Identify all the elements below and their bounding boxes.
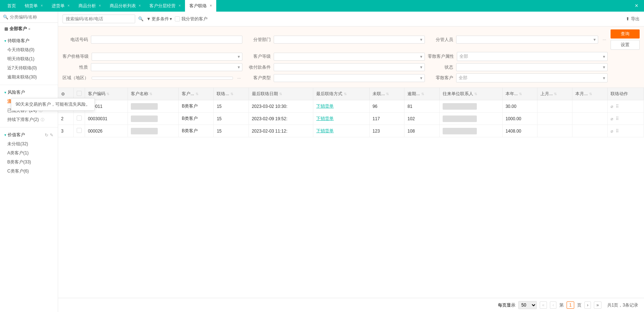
cell-action: ⌀ ⠿ [607, 113, 644, 125]
customer-table: ⚙ 客户编码 ⇅ 客户名称 ⇅ 客户... [58, 88, 644, 137]
sort-icon-type[interactable]: ⇅ [196, 92, 198, 96]
per-page-select[interactable]: 50 100 [518, 301, 537, 309]
close-all-btn[interactable]: × [632, 3, 641, 9]
sort-icon-contact2[interactable]: ⇅ [474, 92, 477, 96]
checkbox-my-customers[interactable] [175, 16, 180, 21]
nav-purchase[interactable]: 进货单 × [47, 0, 74, 12]
nav-sales[interactable]: 销货单 × [20, 0, 47, 12]
sidebar-item-today[interactable]: 今天待联络(0) [0, 45, 58, 54]
filter-search-btn[interactable]: 🔍 [138, 16, 144, 21]
filter-select-retail[interactable]: 全部 ▾ [456, 73, 608, 82]
filter-select-customer-level[interactable]: ▾ [274, 53, 425, 61]
nav-analysis[interactable]: 商品分析 × [74, 0, 105, 12]
nav-customer-layer[interactable]: 客户分层经营 × [145, 0, 185, 12]
filter-select-region[interactable] [92, 77, 233, 80]
sidebar-item-tomorrow[interactable]: 明天待联络(1) [0, 54, 58, 64]
action-link-icon[interactable]: ⌀ [611, 129, 613, 134]
prev-page-btn[interactable]: ‹ [550, 301, 556, 309]
action-dots-icon[interactable]: ⠿ [616, 104, 619, 109]
filter-select-customer-type[interactable]: ▾ [274, 74, 425, 82]
sort-icon-code[interactable]: ⇅ [106, 92, 109, 96]
header-checkbox[interactable] [77, 91, 82, 96]
export-btn[interactable]: ⬆ 导出 [626, 16, 640, 22]
nav-customer-contact-close[interactable]: × [210, 0, 212, 12]
filter-select-payment[interactable]: ▾ [274, 63, 425, 71]
nav-sales-close[interactable]: × [41, 0, 43, 12]
sidebar-item-declining[interactable]: 持续下滑客户(2) ⓘ [0, 115, 58, 124]
filter-select-manager[interactable]: ▾ [456, 36, 598, 44]
sidebar-item-class-c[interactable]: C类客户(6) [0, 167, 58, 176]
sidebar-group-value-title[interactable]: ▾ 价值客户 ↻ ✎ [0, 130, 58, 139]
nav-analysis-list[interactable]: 商品分析列表 × [105, 0, 145, 12]
cell-index: 3 [58, 125, 73, 137]
last-method-link[interactable]: 下销货单 [316, 116, 334, 121]
sort-icon-overdue[interactable]: ⇅ [421, 92, 424, 96]
sort-icon-name[interactable]: ⇅ [149, 92, 152, 96]
sidebar-item-7days[interactable]: 近7天待联络(0) [0, 64, 58, 73]
next-page-btn[interactable]: › [584, 301, 591, 309]
cell-last-method[interactable]: 下销货单 [313, 125, 370, 137]
cell-checkbox[interactable] [73, 113, 85, 125]
filter-more-dot-1[interactable]: ··· [601, 37, 608, 42]
filter-select-dept[interactable]: ▾ [274, 36, 425, 44]
refresh-icon[interactable]: ↻ [45, 133, 48, 138]
advanced-filter: 电话号码 分管部门 ▾ 分管人员 ▾ ··· [58, 27, 644, 88]
action-link-icon[interactable]: ⌀ [611, 116, 613, 121]
nav-home[interactable]: 首页 [3, 0, 20, 12]
sort-icon-method[interactable]: ⇅ [344, 92, 347, 96]
query-btn[interactable]: 查询 [611, 29, 640, 39]
filter-select-price-level[interactable]: ▾ [92, 53, 242, 61]
action-dots-icon[interactable]: ⠿ [616, 116, 619, 121]
table-header-row: ⚙ 客户编码 ⇅ 客户名称 ⇅ 客户... [58, 88, 644, 100]
sidebar-group-pending-title[interactable]: ▾ 待联络客户 [0, 36, 58, 45]
sidebar-all-customers[interactable]: ⊞ 全部客户 « [0, 23, 58, 35]
sidebar-group-risk-title[interactable]: ▾ 风险客户 [0, 88, 58, 97]
filter-select-nature[interactable]: ▾ [91, 63, 242, 71]
sort-icon-lmonth[interactable]: ⇅ [554, 92, 557, 96]
cell-contact: 15 [214, 125, 249, 137]
sort-icon-contact[interactable]: ⇅ [230, 92, 233, 96]
settings-icon[interactable]: ⚙ [61, 92, 65, 97]
action-dots-icon[interactable]: ⠿ [616, 129, 619, 134]
cell-contact2: ████ [439, 113, 502, 125]
nav-customer-contact[interactable]: 客户联络 × [185, 0, 216, 12]
sidebar-item-class-b[interactable]: B类客户(33) [0, 158, 58, 167]
cell-last-method[interactable]: 下销货单 [313, 100, 370, 113]
cell-last-method[interactable]: 下销货单 [313, 113, 370, 125]
filter-label-customer-type: 客户类型 [245, 75, 271, 81]
cell-last-month [538, 125, 572, 137]
edit-icon[interactable]: ✎ [50, 133, 53, 138]
action-link-icon[interactable]: ⌀ [611, 104, 613, 109]
sidebar-item-overdue[interactable]: 逾期未联络(30) [0, 73, 58, 82]
sidebar-item-class-a[interactable]: A类客户(1) [0, 149, 58, 158]
filter-select-status[interactable]: ▾ [456, 63, 608, 71]
last-page-btn[interactable]: » [594, 301, 601, 309]
sidebar-search-input[interactable] [10, 15, 58, 20]
cell-checkbox[interactable] [73, 125, 85, 137]
filter-label-nature: 性质 [63, 64, 88, 70]
nav-purchase-close[interactable]: × [68, 0, 70, 12]
filter-select-retail-attr[interactable]: 全部 ▾ [457, 52, 608, 61]
nav-analysis-list-close[interactable]: × [139, 0, 141, 12]
filter-bar: 🔍 ▼ 更多条件 ▾ 我分管的客户 ⬆ 导出 [58, 12, 644, 27]
sort-icon-uncontacted[interactable]: ⇅ [386, 92, 389, 96]
filter-more-btn[interactable]: ▼ 更多条件 ▾ [146, 16, 172, 22]
filter-field-region: 区域（地区） ··· [63, 75, 242, 81]
sort-icon-year[interactable]: ⇅ [519, 92, 522, 96]
setting-btn[interactable]: 设置 [611, 40, 640, 50]
filter-input-phone[interactable] [91, 36, 242, 44]
nav-analysis-close[interactable]: × [99, 0, 101, 12]
last-method-link[interactable]: 下销货单 [316, 104, 334, 109]
filter-search-input[interactable] [63, 15, 135, 23]
first-page-btn[interactable]: « [540, 301, 547, 309]
filter-row-2: 客户价格等级 ▾ 客户等级 ▾ 零散客户属性 全部 [63, 52, 640, 61]
last-method-link[interactable]: 下销货单 [316, 128, 334, 133]
filter-label-status: 状态 [428, 64, 453, 70]
sidebar-item-ungroup[interactable]: 未分组(32) [0, 139, 58, 149]
filter-more-dot-region[interactable]: ··· [236, 76, 242, 81]
chevron-down-icon-dept: ▾ [420, 37, 422, 42]
sort-icon-tmonth[interactable]: ⇅ [589, 92, 592, 96]
sort-icon-date[interactable]: ⇅ [279, 92, 282, 96]
nav-customer-layer-close[interactable]: × [178, 0, 181, 12]
filter-my-customers[interactable]: 我分管的客户 [175, 16, 208, 22]
